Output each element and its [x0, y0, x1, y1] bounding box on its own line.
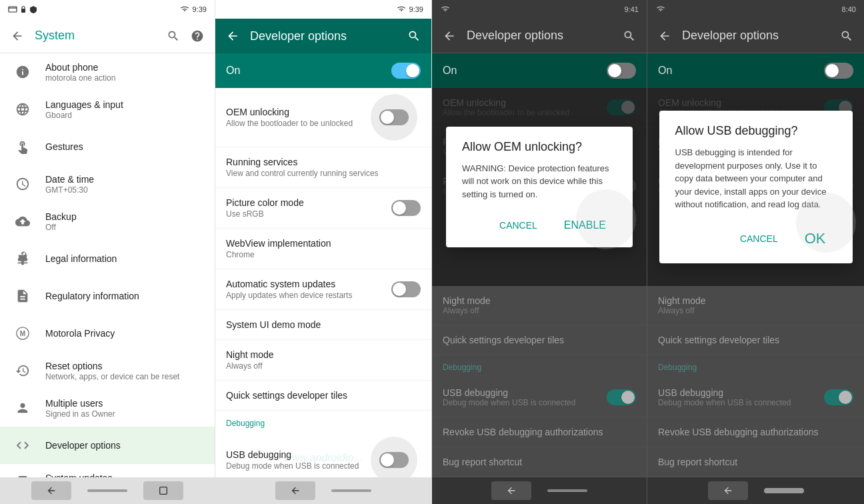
wifi-icon-1	[179, 5, 190, 13]
nav-back-4[interactable]	[708, 481, 748, 500]
nav-back-1[interactable]	[31, 481, 71, 500]
setting-auto-updates-2[interactable]: Automatic system updates Apply updates w…	[215, 269, 431, 310]
nav-home-3[interactable]	[547, 489, 587, 492]
sidebar-item-text-system-updates: System updates Updated to Android 9	[45, 473, 204, 478]
dialog-enable-3[interactable]: Enable	[553, 214, 617, 237]
qs-3: Quick settings developer tiles	[432, 325, 647, 355]
nav-home-4[interactable]	[764, 488, 804, 493]
sidebar-item-users[interactable]: Multiple users Signed in as Owner	[0, 389, 215, 427]
sidebar-item-system-updates[interactable]: System updates Updated to Android 9	[0, 464, 215, 477]
search-button-2[interactable]	[402, 24, 426, 48]
back-button-3[interactable]	[437, 24, 461, 48]
developer-toggle-4[interactable]	[824, 63, 853, 79]
usb-toggle-2[interactable]	[379, 452, 409, 468]
nav-bar-4	[647, 477, 864, 504]
nav-bar-3	[432, 477, 647, 504]
app-bar-title-2: Developer options	[250, 29, 402, 43]
regulatory-icon	[11, 284, 35, 308]
developer-toggle-2[interactable]	[391, 63, 421, 79]
dialog-cancel-4[interactable]: Cancel	[729, 225, 789, 253]
dialog-ok-4[interactable]: OK	[794, 225, 837, 253]
setting-webview-2[interactable]: WebView implementation Chrome	[215, 229, 431, 269]
sidebar-item-legal[interactable]: Legal information	[0, 240, 215, 277]
sidebar-item-text-users: Multiple users Signed in as Owner	[45, 398, 204, 419]
sidebar-item-reset[interactable]: Reset options Network, apps, or device c…	[0, 352, 215, 389]
shield-icon	[29, 5, 37, 13]
developer-on-3: On	[443, 65, 607, 77]
sidebar-item-text-regulatory: Regulatory information	[45, 291, 204, 301]
night-title-4: Night mode	[658, 295, 853, 306]
sidebar-item-datetime[interactable]: Date & time GMT+05:30	[0, 165, 215, 203]
datetime-subtitle: GMT+05:30	[45, 185, 204, 195]
nav-recent-1[interactable]	[143, 481, 183, 500]
datetime-title: Date & time	[45, 174, 204, 185]
panel-system: 9:39 System About phone motorola one act…	[0, 0, 215, 504]
settings-bg-4: OEM unlocking Allow the bootloader to be…	[647, 88, 864, 286]
motorola-icon: M	[11, 321, 35, 345]
setting-text-oem-2: OEM unlocking Allow the bootloader to be…	[226, 107, 367, 128]
back-button-1[interactable]	[5, 24, 29, 48]
sidebar-item-text-motorola: Motorola Privacy	[45, 328, 204, 339]
settings-bg-3: OEM unlocking Allow the bootloader to be…	[432, 88, 647, 286]
developer-header-3: On	[432, 53, 647, 88]
setting-oem-unlocking-2[interactable]: OEM unlocking Allow the bootloader to be…	[215, 88, 431, 147]
setting-ui-demo-2[interactable]: System UI demo mode	[215, 310, 431, 340]
revoke-3: Revoke USB debugging authorizations	[432, 417, 647, 447]
sidebar-item-motorola-privacy[interactable]: M Motorola Privacy	[0, 315, 215, 352]
dialog-overlay-3: Allow OEM unlocking? WARNING: Device pro…	[432, 88, 647, 286]
gestures-title: Gestures	[45, 141, 204, 152]
nav-home-1[interactable]	[87, 489, 127, 492]
auto-updates-toggle-2[interactable]	[391, 281, 421, 297]
users-subtitle: Signed in as Owner	[45, 409, 204, 419]
picture-title-2: Picture color mode	[226, 197, 391, 208]
search-button-1[interactable]	[161, 24, 185, 48]
nav-home-2[interactable]	[331, 489, 371, 492]
usb-toggle-3[interactable]	[607, 389, 636, 405]
languages-icon	[11, 97, 35, 121]
setting-usb-2[interactable]: USB debugging Debug mode when USB is con…	[215, 431, 431, 477]
qs-title-3: Quick settings developer tiles	[443, 335, 636, 345]
sidebar-item-text-backup: Backup Off	[45, 211, 204, 232]
usb-toggle-4[interactable]	[824, 389, 853, 405]
search-button-3[interactable]	[617, 24, 641, 48]
back-button-4[interactable]	[653, 24, 677, 48]
revoke-title-4: Revoke USB debugging authorizations	[658, 427, 819, 437]
sidebar-item-text-gestures: Gestures	[45, 141, 204, 152]
dialog-cancel-3[interactable]: Cancel	[489, 214, 548, 237]
picture-toggle-2[interactable]	[391, 200, 421, 216]
sidebar-item-developer[interactable]: Developer options	[0, 427, 215, 464]
setting-running-2[interactable]: Running services View and control curren…	[215, 147, 431, 188]
bug-3: Bug report shortcut	[432, 447, 647, 477]
sidebar-item-gestures[interactable]: Gestures	[0, 128, 215, 165]
setting-text-ui-demo-2: System UI demo mode	[226, 319, 421, 330]
setting-picture-2[interactable]: Picture color mode Use sRGB	[215, 188, 431, 229]
users-icon	[11, 396, 35, 420]
developer-toggle-3[interactable]	[607, 63, 636, 79]
setting-qs-tiles-2[interactable]: Quick settings developer tiles	[215, 381, 431, 411]
nav-back-2[interactable]	[275, 481, 315, 500]
search-button-4[interactable]	[835, 24, 859, 48]
revoke-title-3: Revoke USB debugging authorizations	[443, 427, 603, 437]
languages-title: Languages & input	[45, 99, 204, 110]
system-updates-title: System updates	[45, 473, 204, 478]
sidebar-item-backup[interactable]: Backup Off	[0, 203, 215, 240]
setting-text-night-2: Night mode Always off	[226, 349, 421, 371]
debug-section-2: Debugging	[215, 411, 431, 431]
sidebar-content-1: About phone motorola one action Language…	[0, 53, 215, 477]
sidebar-item-languages[interactable]: Languages & input Gboard	[0, 91, 215, 128]
bug-4: Bug report shortcut	[647, 447, 864, 477]
sidebar-item-about[interactable]: About phone motorola one action	[0, 53, 215, 91]
help-button-1[interactable]	[185, 24, 209, 48]
nav-bar-2	[215, 477, 431, 504]
dialog-actions-3: Cancel Enable	[462, 214, 617, 237]
setting-text-running-2: Running services View and control curren…	[226, 157, 421, 178]
nav-back-3[interactable]	[491, 481, 531, 500]
settings-content-2: OEM unlocking Allow the bootloader to be…	[215, 88, 431, 477]
back-button-2[interactable]	[221, 24, 245, 48]
auto-updates-title-2: Automatic system updates	[226, 279, 391, 289]
oem-toggle-2[interactable]	[379, 109, 409, 125]
developer-on-label-2: On	[226, 65, 391, 77]
app-bar-title-1: System	[35, 29, 161, 43]
sidebar-item-regulatory[interactable]: Regulatory information	[0, 277, 215, 315]
setting-night-mode-2[interactable]: Night mode Always off	[215, 340, 431, 381]
